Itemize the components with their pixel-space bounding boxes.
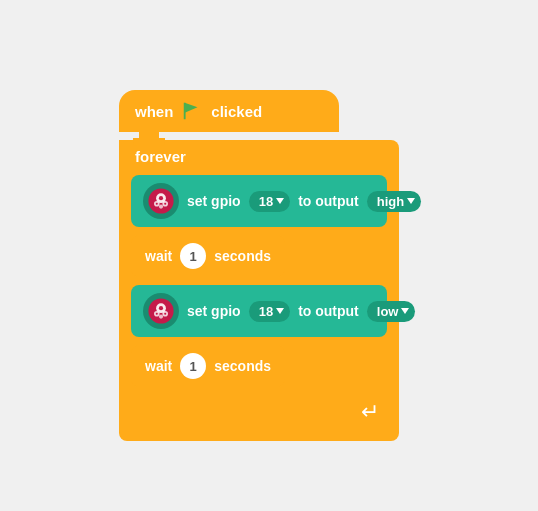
forever-label: forever	[131, 148, 387, 165]
when-label: when	[135, 103, 173, 120]
set-gpio-label-2: set gpio	[187, 303, 241, 319]
raspberry-pi-logo-2	[147, 297, 175, 325]
gpio-value-1: 18	[259, 194, 273, 209]
gpio-dropdown-arrow-2	[276, 308, 284, 314]
wait-block-1: wait 1 seconds	[131, 235, 285, 277]
svg-point-8	[156, 203, 158, 205]
output-dropdown-arrow-1	[407, 198, 415, 204]
clicked-label: clicked	[211, 103, 262, 120]
gpio-value-dropdown-2[interactable]: 18	[249, 301, 290, 322]
to-output-label-2: to output	[298, 303, 359, 319]
gpio-dropdown-arrow-1	[276, 198, 284, 204]
when-clicked-block: when clicked	[119, 90, 339, 132]
svg-point-16	[156, 313, 158, 315]
svg-point-6	[159, 205, 163, 209]
svg-point-15	[159, 306, 163, 310]
scratch-program: when clicked forever	[119, 90, 419, 441]
svg-point-9	[164, 203, 166, 205]
raspi-icon-1	[143, 183, 179, 219]
gpio-value-2: 18	[259, 304, 273, 319]
wait-block-2: wait 1 seconds	[131, 345, 285, 387]
to-output-label-1: to output	[298, 193, 359, 209]
set-gpio-label-1: set gpio	[187, 193, 241, 209]
gpio-block-1: set gpio 18 to output high	[131, 175, 387, 227]
seconds-label-1: seconds	[214, 248, 271, 264]
gpio-value-dropdown-1[interactable]: 18	[249, 191, 290, 212]
seconds-label-2: seconds	[214, 358, 271, 374]
output-dropdown-arrow-2	[401, 308, 409, 314]
blocks-inner: set gpio 18 to output high wait 1 second…	[131, 175, 387, 425]
forever-block: forever set gpio	[119, 140, 399, 441]
svg-marker-1	[185, 103, 198, 113]
svg-point-17	[164, 313, 166, 315]
flag-icon	[181, 100, 203, 122]
output-value-dropdown-1[interactable]: high	[367, 191, 421, 212]
raspi-icon-2	[143, 293, 179, 329]
gpio-block-2: set gpio 18 to output low	[131, 285, 387, 337]
output-value-2: low	[377, 304, 399, 319]
wait-label-2: wait	[145, 358, 172, 374]
wait-label-1: wait	[145, 248, 172, 264]
output-value-1: high	[377, 194, 404, 209]
wait-value-2[interactable]: 1	[180, 353, 206, 379]
raspberry-pi-logo-1	[147, 187, 175, 215]
svg-point-14	[159, 315, 163, 319]
output-value-dropdown-2[interactable]: low	[367, 301, 416, 322]
svg-point-7	[159, 196, 163, 200]
loop-arrow: ↵	[131, 399, 387, 425]
wait-value-1[interactable]: 1	[180, 243, 206, 269]
